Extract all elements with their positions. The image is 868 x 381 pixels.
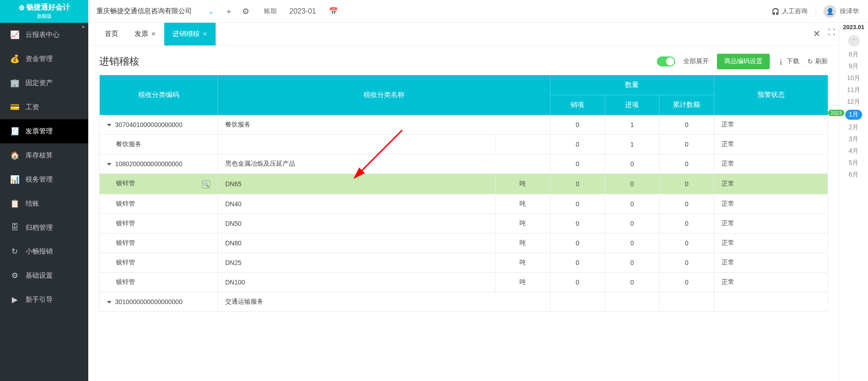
cell-accum bbox=[659, 292, 714, 312]
close-icon[interactable]: ✕ bbox=[151, 30, 156, 37]
cell-unit: 吨 bbox=[495, 214, 550, 234]
month-item[interactable]: 10月 bbox=[847, 74, 861, 82]
month-item[interactable]: 4月 bbox=[849, 147, 859, 155]
support-link[interactable]: 🎧 人工咨询 bbox=[772, 7, 807, 15]
cell-name: 黑色金属冶炼及压延产品 bbox=[218, 154, 550, 174]
sidebar-item-8[interactable]: 🗄归档管理 bbox=[0, 216, 88, 239]
sidebar-item-11[interactable]: ▶新手引导 bbox=[0, 288, 88, 312]
close-all-tabs[interactable]: ✕ bbox=[813, 28, 821, 39]
sidebar-item-9[interactable]: ↻小畅报销 bbox=[0, 239, 88, 264]
cell-unit: 吨 bbox=[495, 174, 550, 194]
cell-code: 3070401000000000000 bbox=[100, 115, 218, 135]
table-row[interactable]: 3010000000000000000交通运输服务 bbox=[100, 292, 828, 312]
cell-status: 正常 bbox=[714, 273, 828, 292]
table-row[interactable]: 镀锌管DN50吨000正常 bbox=[100, 214, 828, 234]
expand-all-toggle[interactable] bbox=[657, 56, 675, 66]
cell-code: 镀锌管 bbox=[100, 194, 218, 214]
month-list: 8月9月10月11月12月1月20232月3月4月5月6月 bbox=[845, 51, 863, 179]
month-item[interactable]: 8月 bbox=[849, 51, 859, 59]
cell-out: 0 bbox=[550, 234, 605, 253]
plus-icon[interactable]: ＋ bbox=[225, 6, 233, 17]
sidebar: ▲ 📈云报表中心💰资金管理🏢固定资产💳工资🧾发票管理🏠库存核算📊税务管理📋结账🗄… bbox=[0, 0, 88, 381]
month-item[interactable]: 1月2023 bbox=[845, 110, 863, 120]
tab-2[interactable]: 进销稽核✕ bbox=[164, 23, 216, 46]
download-button[interactable]: ⭳ 下载 bbox=[778, 57, 799, 66]
month-item[interactable]: 9月 bbox=[849, 62, 859, 71]
table: 税收分类编码 税收分类名称 数量 预警状态 销项 进项 累计数额 3070401… bbox=[88, 75, 839, 381]
month-item[interactable]: 11月 bbox=[847, 86, 861, 94]
sidebar-item-4[interactable]: 🧾发票管理 bbox=[0, 119, 88, 143]
scroll-up-button[interactable]: ⌃ bbox=[848, 35, 860, 47]
calendar-icon[interactable]: 📅 bbox=[329, 7, 338, 15]
cell-in: 0 bbox=[605, 194, 659, 214]
cell-out: 0 bbox=[550, 214, 605, 234]
cell-status: 正常 bbox=[714, 115, 828, 135]
search-icon[interactable]: 🔍 bbox=[202, 180, 210, 188]
table-row[interactable]: 镀锌管DN80吨000正常 bbox=[100, 234, 828, 253]
cell-status: 正常 bbox=[714, 154, 828, 174]
refresh-label: 刷新 bbox=[815, 57, 828, 66]
logo: ⊕畅捷通好会计 旗舰版 bbox=[0, 0, 88, 23]
cell-out: 0 bbox=[550, 154, 605, 174]
cell-code: 镀锌管 bbox=[100, 273, 218, 292]
sidebar-item-0[interactable]: 📈云报表中心 bbox=[0, 23, 88, 47]
table-row[interactable]: 1080200000000000000黑色金属冶炼及压延产品000正常 bbox=[100, 154, 828, 174]
code-settings-button[interactable]: 商品编码设置 bbox=[717, 54, 770, 69]
rail-to: 2023.01 bbox=[843, 24, 864, 30]
sidebar-item-1[interactable]: 💰资金管理 bbox=[0, 47, 88, 71]
cell-out: 0 bbox=[550, 273, 605, 292]
table-row[interactable]: 餐饮服务010正常 bbox=[100, 135, 828, 154]
sidebar-icon: ⚙ bbox=[10, 271, 19, 280]
tab-0[interactable]: 首页 bbox=[96, 23, 126, 46]
cell-code: 镀锌管 bbox=[100, 253, 218, 273]
th-status: 预警状态 bbox=[714, 75, 828, 115]
refresh-button[interactable]: ↻ 刷新 bbox=[807, 57, 828, 66]
logo-sub: 旗舰版 bbox=[37, 13, 52, 20]
cell-accum: 0 bbox=[659, 253, 714, 273]
tab-1[interactable]: 发票✕ bbox=[126, 23, 164, 46]
sidebar-item-5[interactable]: 🏠库存核算 bbox=[0, 143, 88, 168]
cell-unit: 吨 bbox=[495, 194, 550, 214]
expand-icon[interactable] bbox=[107, 301, 111, 304]
cell-unit: 吨 bbox=[495, 273, 550, 292]
sidebar-label: 新手引导 bbox=[25, 295, 53, 304]
month-item[interactable]: 3月 bbox=[849, 135, 859, 143]
month-item[interactable]: 12月 bbox=[847, 98, 861, 106]
sidebar-item-7[interactable]: 📋结账 bbox=[0, 192, 88, 216]
cell-in bbox=[605, 292, 659, 312]
month-item[interactable]: 2月 bbox=[849, 123, 859, 132]
close-icon[interactable]: ✕ bbox=[202, 30, 207, 37]
table-row[interactable]: 镀锌管DN100吨000正常 bbox=[100, 273, 828, 292]
sidebar-icon: 🧾 bbox=[10, 127, 19, 136]
table-row[interactable]: 镀锌管DN40吨000正常 bbox=[100, 194, 828, 214]
month-item[interactable]: 6月 bbox=[849, 171, 859, 179]
gear-icon[interactable]: ⚙ bbox=[242, 6, 249, 16]
cell-out bbox=[550, 292, 605, 312]
sidebar-item-6[interactable]: 📊税务管理 bbox=[0, 168, 88, 192]
cell-unit: 吨 bbox=[495, 253, 550, 273]
sidebar-item-3[interactable]: 💳工资 bbox=[0, 95, 88, 119]
expand-icon[interactable] bbox=[107, 163, 111, 166]
page-title: 进销稽核 bbox=[99, 55, 139, 68]
sidebar-label: 小畅报销 bbox=[25, 247, 53, 256]
sidebar-item-2[interactable]: 🏢固定资产 bbox=[0, 71, 88, 95]
month-item[interactable]: 5月 bbox=[849, 159, 859, 167]
user-menu[interactable]: 👤 徐泽华 bbox=[816, 5, 859, 18]
sidebar-item-10[interactable]: ⚙基础设置 bbox=[0, 264, 88, 288]
table-row[interactable]: 镀锌管🔍DN65吨000正常 bbox=[100, 174, 828, 194]
tabs: 首页发票✕进销稽核✕ ✕ ⛶ bbox=[88, 23, 839, 46]
fullscreen-icon[interactable]: ⛶ bbox=[828, 28, 835, 36]
expand-all-label: 全部展开 bbox=[683, 57, 709, 66]
sidebar-icon: 📋 bbox=[10, 199, 19, 208]
company-selector[interactable]: 重庆畅捷交通信息咨询有限公司 ⌄ bbox=[96, 7, 214, 15]
cell-accum: 0 bbox=[659, 174, 714, 194]
table-row[interactable]: 镀锌管DN25吨000正常 bbox=[100, 253, 828, 273]
expand-icon[interactable] bbox=[107, 124, 111, 127]
table-row[interactable]: 3070401000000000000餐饮服务010正常 bbox=[100, 115, 828, 135]
cell-spec: DN65 bbox=[218, 174, 496, 194]
cell-spec bbox=[218, 135, 496, 154]
cell-spec: DN25 bbox=[218, 253, 496, 273]
cell-spec: DN100 bbox=[218, 273, 496, 292]
cell-accum: 0 bbox=[659, 273, 714, 292]
cell-in: 1 bbox=[605, 135, 659, 154]
